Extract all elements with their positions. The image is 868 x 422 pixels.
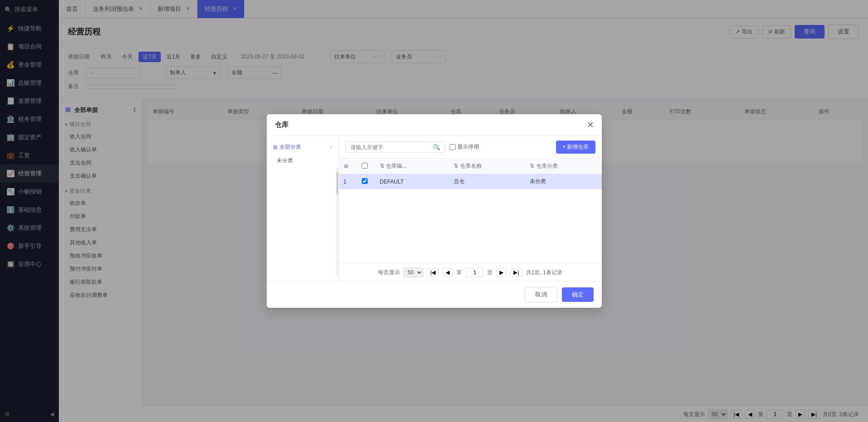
row-category: 未分类 — [525, 174, 601, 189]
modal-pagination: 每页显示 50 |◀ ◀ 算 页 ▶ ▶| 共1页, 1条记录 — [339, 263, 602, 281]
show-disabled-checkbox[interactable] — [450, 144, 456, 150]
col-category: ⇅ 仓库分类 — [525, 159, 601, 174]
modal-first-page-btn[interactable]: |◀ — [427, 268, 439, 277]
modal-right-toolbar: 🔍 显示停用 + 新增仓库 — [339, 136, 602, 159]
modal-overlay: 仓库 ✕ ⊞ 全部分类 《 未分类 — [0, 0, 868, 422]
modal: 仓库 ✕ ⊞ 全部分类 《 未分类 — [267, 114, 602, 308]
sort-icon: ⇅ — [380, 163, 384, 169]
modal-table-row[interactable]: 1 DEFAULT 总仓 未分类 — [339, 174, 602, 189]
modal-right-panel: 🔍 显示停用 + 新增仓库 ⚙ — [339, 136, 602, 281]
all-category-icon: ⊞ — [273, 144, 278, 150]
left-panel-collapse-icon[interactable]: 《 — [328, 144, 332, 150]
row-code: DEFAULT — [375, 174, 450, 189]
modal-table-container: ⚙ ⇅ 仓库编... ⇅ 仓库名称 ⇅ 仓库分类 1 DEFAULT 总仓 未分… — [339, 159, 602, 263]
search-input[interactable] — [350, 144, 430, 150]
col-checkbox — [357, 159, 375, 174]
search-box[interactable]: 🔍 — [345, 141, 445, 153]
modal-page-unit: 页 — [487, 269, 493, 276]
show-disabled-label: 显示停用 — [457, 143, 479, 151]
modal-page-size-label: 每页显示 — [378, 269, 400, 276]
modal-left-panel: ⊞ 全部分类 《 未分类 — [267, 136, 339, 281]
modal-close-button[interactable]: ✕ — [587, 121, 594, 129]
modal-table: ⚙ ⇅ 仓库编... ⇅ 仓库名称 ⇅ 仓库分类 1 DEFAULT 总仓 未分… — [339, 159, 602, 189]
modal-table-body: 1 DEFAULT 总仓 未分类 — [339, 174, 602, 189]
modal-body: ⊞ 全部分类 《 未分类 🔍 — [267, 136, 602, 281]
row-checkbox[interactable] — [357, 174, 375, 189]
modal-left-all-category[interactable]: ⊞ 全部分类 《 — [267, 141, 339, 154]
modal-title: 仓库 — [275, 121, 288, 129]
modal-left-items: 未分类 — [267, 154, 339, 168]
col-settings: ⚙ — [339, 159, 357, 174]
row-num: 1 — [339, 174, 357, 189]
modal-left-item-未分类[interactable]: 未分类 — [267, 154, 339, 168]
modal-prev-page-btn[interactable]: ◀ — [442, 268, 453, 277]
col-name: ⇅ 仓库名称 — [449, 159, 525, 174]
row-select-checkbox[interactable] — [362, 178, 368, 184]
cancel-button[interactable]: 取消 — [525, 287, 557, 302]
add-warehouse-button[interactable]: + 新增仓库 — [556, 141, 595, 154]
show-disabled-checkbox-label[interactable]: 显示停用 — [450, 143, 479, 151]
select-all-checkbox[interactable] — [362, 163, 368, 169]
row-name: 总仓 — [449, 174, 525, 189]
sort-icon-name: ⇅ — [454, 163, 458, 169]
modal-header: 仓库 ✕ — [267, 114, 602, 136]
modal-next-page-btn[interactable]: ▶ — [496, 268, 507, 277]
modal-total-text: 共1页, 1条记录 — [526, 269, 562, 276]
sort-icon-cat: ⇅ — [530, 163, 534, 169]
search-icon: 🔍 — [433, 144, 440, 150]
modal-last-page-btn[interactable]: ▶| — [510, 268, 522, 277]
modal-page-size-select[interactable]: 50 — [403, 267, 423, 277]
modal-page-label: 算 — [456, 269, 462, 276]
col-code: ⇅ 仓库编... — [375, 159, 450, 174]
all-category-label: 全部分类 — [279, 143, 301, 151]
confirm-button[interactable]: 确定 — [562, 287, 594, 302]
modal-table-header-row: ⚙ ⇅ 仓库编... ⇅ 仓库名称 ⇅ 仓库分类 — [339, 159, 602, 174]
modal-actions: 取消 确定 — [267, 281, 602, 308]
modal-page-input[interactable] — [465, 268, 484, 277]
